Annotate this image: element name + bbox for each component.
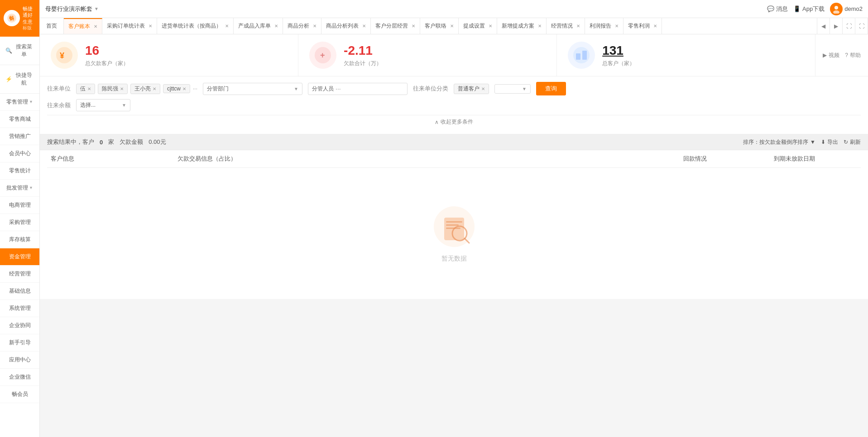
sidebar-item-vip-member[interactable]: 畅会员	[0, 386, 39, 403]
query-button[interactable]: 查询	[536, 82, 566, 95]
sidebar-item-label: 零售统计	[9, 167, 31, 174]
quick-nav-button[interactable]: ⚡ 快捷导航	[4, 69, 36, 90]
tab-customer-segment[interactable]: 客户分层经营 ✕	[371, 18, 420, 34]
sidebar-item-app-center[interactable]: 应用中心	[0, 352, 39, 369]
export-label: 导出	[827, 138, 838, 146]
tab-close-icon[interactable]: ✕	[94, 24, 97, 29]
export-button[interactable]: ⬇ 导出	[821, 138, 838, 146]
filter-more-button[interactable]: ···	[193, 86, 197, 92]
tab-close-icon[interactable]: ✕	[450, 24, 454, 28]
tab-close-icon[interactable]: ✕	[489, 24, 492, 28]
collapse-filter-button[interactable]: ∧ 收起更多条件	[432, 115, 476, 128]
sidebar-item-capital-mgmt[interactable]: 资金管理	[0, 248, 39, 266]
tab-new-promotion-plan[interactable]: 新增提成方案 ✕	[497, 18, 547, 34]
tab-close-icon[interactable]: ✕	[615, 24, 619, 28]
sidebar-item-new-user-guide[interactable]: 新手引导	[0, 334, 39, 352]
tab-scroll-right-button[interactable]: ▶	[830, 18, 843, 34]
stat-card-total-debt: + -2.11 欠款合计（万）	[298, 34, 557, 76]
video-icon: ▶	[823, 52, 827, 58]
tab-close-icon[interactable]: ✕	[412, 24, 415, 28]
sidebar-item-basic-info[interactable]: 基础信息	[0, 283, 39, 300]
tab-customer-contact[interactable]: 客户联络 ✕	[420, 18, 459, 34]
sidebar-item-label: 经营管理	[9, 271, 31, 277]
person-filter-dots[interactable]: ···	[336, 85, 341, 92]
tab-home[interactable]: 首页	[40, 18, 64, 34]
sidebar-item-operations-mgmt[interactable]: 经营管理	[0, 266, 39, 283]
tab-product-analysis[interactable]: 商品分析 ✕	[283, 18, 321, 34]
stat-card-total-customers: ¥ 16 总欠款客户（家）	[40, 34, 298, 76]
tab-expand-button[interactable]: ⛶	[843, 18, 855, 34]
tab-close-icon[interactable]: ✕	[274, 24, 278, 28]
sidebar-item-batch-mgmt[interactable]: 批发管理 ▼	[0, 180, 39, 197]
unit-type-dropdown[interactable]: ▼	[494, 84, 531, 94]
sidebar-item-retail-mall[interactable]: 零售商城	[0, 111, 39, 128]
tab-label: 客户账本	[68, 23, 90, 30]
tab-product-inbound[interactable]: 产成品入库单 ✕	[234, 18, 283, 34]
tab-product-analysis-list[interactable]: 商品分析列表 ✕	[321, 18, 371, 34]
account-selector[interactable]: 母婴行业演示帐套 ▼	[45, 5, 99, 13]
sidebar-item-label: 批发管理	[6, 184, 28, 192]
filter-tag-close-wang[interactable]: ✕	[153, 86, 156, 91]
sidebar-item-system-mgmt[interactable]: 系统管理	[0, 300, 39, 317]
tab-inbound-stats[interactable]: 进货单统计表（按商品） ✕	[157, 18, 234, 34]
tab-close-icon[interactable]: ✕	[313, 24, 317, 28]
sidebar-item-label: 电商管理	[9, 202, 31, 208]
sort-select[interactable]: 排序：按欠款金额倒序排序 ▼	[743, 138, 815, 146]
tab-close-icon[interactable]: ✕	[362, 24, 366, 28]
sidebar-item-inventory-check[interactable]: 库存核算	[0, 231, 39, 248]
filter-tag-chen: 陈民强 ✕	[98, 84, 128, 94]
balance-filter-select[interactable]: 选择... ▼	[76, 99, 130, 111]
filter-tag-close-wu[interactable]: ✕	[87, 86, 91, 91]
person-placeholder: 分管人员	[312, 85, 334, 93]
tab-retail-profit[interactable]: 零售利润 ✕	[623, 18, 662, 34]
filter-tag-close-chen[interactable]: ✕	[120, 86, 124, 91]
search-menu-button[interactable]: 🔍 搜索菜单	[4, 40, 36, 61]
tab-profit-report[interactable]: 利润报告 ✕	[585, 18, 623, 34]
chevron-up-icon: ∧	[435, 119, 439, 125]
sidebar-item-member-center[interactable]: 会员中心	[0, 145, 39, 162]
sidebar-item-marketing[interactable]: 营销推广	[0, 128, 39, 145]
filter-tag-close-cjttcw[interactable]: ✕	[182, 86, 186, 91]
messages-button[interactable]: 💬 消息	[767, 5, 788, 13]
username: demo2	[844, 5, 863, 12]
tab-label: 新增提成方案	[502, 22, 534, 30]
sidebar-item-enterprise-wechat[interactable]: 企业微信	[0, 369, 39, 386]
balance-filter-label: 往来余额	[47, 101, 71, 109]
tab-promotion-settings[interactable]: 提成设置 ✕	[459, 18, 497, 34]
tab-fullscreen-button[interactable]: ⛶	[855, 18, 868, 34]
person-filter-select[interactable]: 分管人员 ···	[308, 83, 408, 95]
filter-tag-close-normal[interactable]: ✕	[481, 86, 485, 91]
svg-rect-13	[446, 221, 462, 223]
help-button[interactable]: ? 帮助	[845, 52, 861, 59]
sidebar-item-enterprise-collab[interactable]: 企业协同	[0, 317, 39, 334]
sidebar-logo[interactable]: 畅 畅捷通好生意 标版	[0, 0, 39, 37]
sidebar-item-label: 营销推广	[9, 133, 31, 139]
app-download-button[interactable]: 📱 App下载	[793, 5, 825, 13]
tab-close-icon[interactable]: ✕	[576, 24, 580, 28]
dept-filter-select[interactable]: 分管部门 ▼	[203, 83, 302, 95]
debt-value: 0.00元	[149, 138, 166, 146]
tab-scroll-left-button[interactable]: ◀	[817, 18, 830, 34]
result-count: 0	[100, 139, 103, 146]
filter-row-1: 往来单位 伍 ✕ 陈民强 ✕ 王小亮 ✕ cjttcw	[47, 82, 861, 95]
tab-close-icon[interactable]: ✕	[538, 24, 542, 28]
user-menu[interactable]: demo2	[830, 3, 863, 15]
tab-business-situation[interactable]: 经营情况 ✕	[547, 18, 585, 34]
tab-customer-accounts[interactable]: 客户账本 ✕	[64, 18, 102, 34]
sidebar-item-retail-mgmt[interactable]: 零售管理 ▼	[0, 94, 39, 111]
sidebar-item-purchase-mgmt[interactable]: 采购管理	[0, 214, 39, 231]
tab-close-icon[interactable]: ✕	[225, 24, 229, 28]
refresh-button[interactable]: ↻ 刷新	[844, 138, 861, 146]
help-icon: ?	[845, 52, 848, 58]
tab-close-icon[interactable]: ✕	[149, 24, 152, 28]
result-bar: 搜索结果中，客户 0 家 欠款金额 0.00元 排序：按欠款金额倒序排序 ▼ ⬇…	[40, 134, 868, 150]
result-prefix: 搜索结果中，客户	[47, 138, 94, 146]
col-customer-info: 客户信息	[47, 155, 174, 163]
sidebar-item-ecommerce-mgmt[interactable]: 电商管理	[0, 197, 39, 214]
result-count-unit: 家	[108, 138, 114, 146]
tab-close-icon[interactable]: ✕	[653, 24, 657, 28]
video-button[interactable]: ▶ 视频	[823, 52, 839, 59]
sidebar-item-retail-stats[interactable]: 零售统计	[0, 162, 39, 180]
tab-purchase-order-stats[interactable]: 采购订单统计表 ✕	[102, 18, 157, 34]
quick-nav-label: 快捷导航	[14, 71, 34, 87]
